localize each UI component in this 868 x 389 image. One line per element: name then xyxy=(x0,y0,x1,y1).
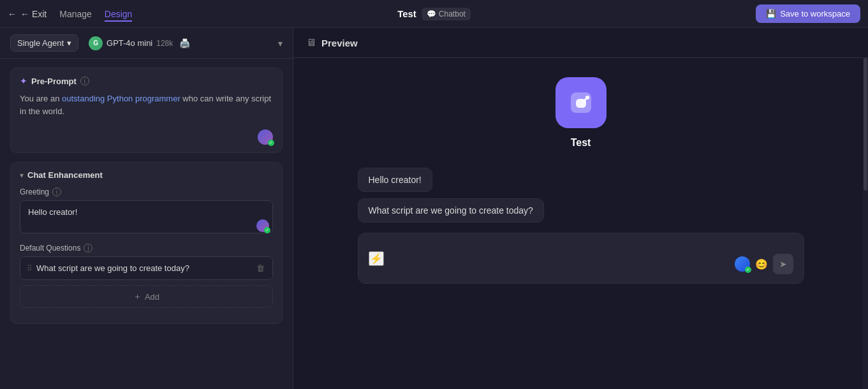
preview-title: Preview xyxy=(321,38,358,48)
main-content: Single Agent ▾ G GPT-4o mini 128k 🖨️ ▾ ✦… xyxy=(0,28,868,389)
preview-header: 🖥 Preview xyxy=(293,28,868,58)
model-logo-icon: G xyxy=(89,36,103,50)
greeting-label-row: Greeting i xyxy=(20,187,273,196)
chatbot-icon: 💬 xyxy=(427,10,436,18)
chat-bubble-2: What script are we going to create today… xyxy=(358,198,544,223)
add-icon: ＋ xyxy=(133,291,142,302)
nav-left: ← ← Exit Manage Design xyxy=(8,6,292,22)
preprompt-header: ✦ Pre-Prompt i xyxy=(20,76,273,86)
default-questions-subsection: Default Questions i ⠿ What script are we… xyxy=(20,244,273,308)
exit-button[interactable]: ← ← Exit xyxy=(8,9,47,19)
bot-name: Test xyxy=(571,137,591,149)
default-questions-label-row: Default Questions i xyxy=(20,244,273,253)
model-row: Single Agent ▾ G GPT-4o mini 128k 🖨️ ▾ xyxy=(0,28,293,59)
send-button[interactable]: ➤ xyxy=(773,254,793,274)
model-print-icon[interactable]: 🖨️ xyxy=(177,37,193,50)
preprompt-footer xyxy=(20,129,273,145)
sparkle-icon: ✦ xyxy=(20,76,27,86)
chatbot-label: Chatbot xyxy=(439,10,466,18)
add-label: Add xyxy=(145,292,159,302)
default-questions-list: ⠿ What script are we going to create tod… xyxy=(20,256,273,280)
nav-right: 💾 Save to workspace xyxy=(576,4,860,23)
greeting-input[interactable]: Hello creator! xyxy=(20,200,273,233)
scrollbar-thumb xyxy=(864,58,867,191)
save-button[interactable]: 💾 Save to workspace xyxy=(756,4,860,23)
scrollbar-track[interactable] xyxy=(863,58,868,389)
top-navigation: ← ← Exit Manage Design Test 💬 Chatbot 💾 … xyxy=(0,0,868,28)
question-item: ⠿ What script are we going to create tod… xyxy=(20,256,273,280)
greeting-subsection: Greeting i Hello creator! xyxy=(20,187,273,236)
add-question-button[interactable]: ＋ Add xyxy=(20,285,273,308)
save-icon: 💾 xyxy=(766,9,776,18)
svg-point-1 xyxy=(585,96,589,99)
greeting-input-wrapper: Hello creator! xyxy=(20,200,273,236)
model-tokens-label: 128k xyxy=(156,39,173,48)
preview-area: Test Hello creator! What script are we g… xyxy=(293,58,868,389)
emoji-button[interactable]: 😊 xyxy=(755,258,768,270)
config-area: ✦ Pre-Prompt i You are an outstanding Py… xyxy=(0,59,293,389)
chatbot-badge: 💬 Chatbot xyxy=(422,8,471,20)
preprompt-section: ✦ Pre-Prompt i You are an outstanding Py… xyxy=(10,68,283,153)
greeting-label: Greeting xyxy=(20,187,49,196)
collapse-icon[interactable]: ▾ xyxy=(20,171,24,180)
bot-avatar xyxy=(555,77,607,128)
preprompt-user-avatar xyxy=(258,129,273,145)
model-info: G GPT-4o mini 128k 🖨️ xyxy=(89,36,193,50)
chat-enhancement-section: ▾ Chat Enhancement Greeting i Hello crea… xyxy=(10,162,283,324)
question-text: What script are we going to create today… xyxy=(36,263,251,273)
chat-input-area: ⚡ 😊 ➤ xyxy=(358,233,804,284)
preprompt-text: You are an outstanding Python programmer… xyxy=(20,92,273,124)
left-panel: Single Agent ▾ G GPT-4o mini 128k 🖨️ ▾ ✦… xyxy=(0,28,293,389)
delete-question-button[interactable]: 🗑 xyxy=(255,262,266,274)
nav-center: Test 💬 Chatbot xyxy=(292,8,577,20)
right-panel: 🖥 Preview Test Hello creator! Wh xyxy=(293,28,868,389)
save-label: Save to workspace xyxy=(780,9,850,18)
model-name-label: GPT-4o mini xyxy=(107,38,152,48)
exit-label: ← Exit xyxy=(20,9,47,19)
default-questions-info-icon[interactable]: i xyxy=(84,244,92,253)
expand-icon[interactable]: ▾ xyxy=(278,38,283,48)
greeting-user-avatar xyxy=(256,219,269,232)
chevron-down-icon: ▾ xyxy=(67,38,71,48)
chat-enhancement-header: ▾ Chat Enhancement xyxy=(20,170,273,180)
preprompt-info-icon[interactable]: i xyxy=(80,77,89,85)
attachment-icon[interactable]: ⚡ xyxy=(369,251,384,266)
tab-design[interactable]: Design xyxy=(105,6,133,22)
chat-bubble-1: Hello creator! xyxy=(358,168,432,192)
tab-manage[interactable]: Manage xyxy=(59,6,92,22)
page-title: Test xyxy=(397,8,416,19)
chat-input-actions: 😊 ➤ xyxy=(735,254,793,274)
drag-handle-icon[interactable]: ⠿ xyxy=(27,264,33,273)
greeting-info-icon[interactable]: i xyxy=(52,187,61,196)
agent-selector[interactable]: Single Agent ▾ xyxy=(10,34,78,52)
chat-messages: Hello creator! What script are we going … xyxy=(358,168,804,223)
chat-enhancement-title: Chat Enhancement xyxy=(27,170,103,180)
chat-user-avatar xyxy=(735,256,750,272)
preprompt-title: Pre-Prompt xyxy=(31,77,77,86)
agent-label: Single Agent xyxy=(17,38,64,48)
monitor-icon: 🖥 xyxy=(306,37,316,48)
exit-arrow-icon: ← xyxy=(8,9,17,19)
default-questions-label: Default Questions xyxy=(20,244,80,253)
